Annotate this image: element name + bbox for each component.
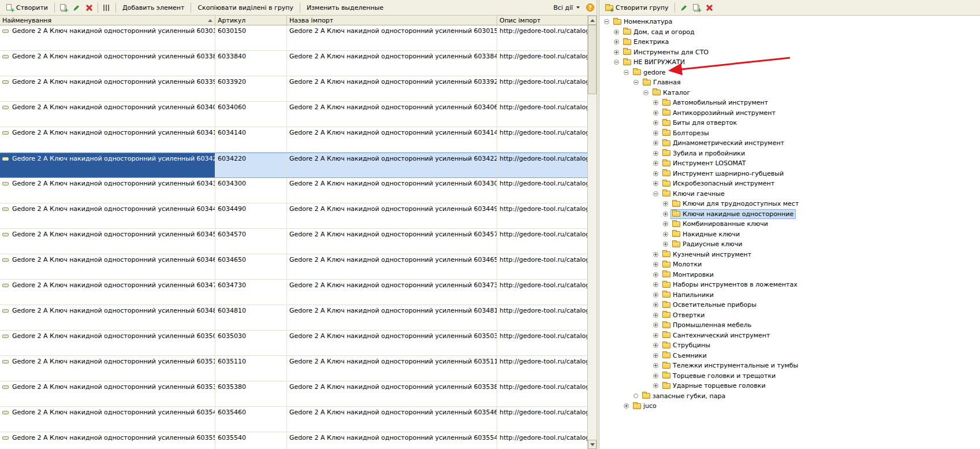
cell-name[interactable]: Gedore 2 A Ключ накидной односторонний у… <box>0 356 215 381</box>
cell-name[interactable]: Gedore 2 A Ключ накидной односторонний у… <box>0 203 215 228</box>
copy-group-button[interactable]: + <box>691 2 702 13</box>
expand-icon[interactable] <box>663 221 668 227</box>
expand-icon[interactable] <box>614 39 619 44</box>
tree-node[interactable]: Динамометрический инструмент <box>661 138 787 148</box>
table-row[interactable]: Gedore 2 A Ключ накидной односторонний у… <box>0 254 587 280</box>
tree-item[interactable]: Накидные ключи <box>599 229 980 240</box>
cell-import-desc[interactable]: http://gedore-tool.ru/catalog/d... <box>497 203 587 228</box>
expand-icon[interactable] <box>653 383 658 388</box>
table-row[interactable]: Gedore 2 A Ключ накидной односторонний у… <box>0 51 587 76</box>
tree-node[interactable]: Главная <box>641 77 683 87</box>
cell-name[interactable]: Gedore 2 A Ключ накидной односторонний у… <box>0 102 215 127</box>
cell-import-name[interactable]: Gedore 2 A Ключ накидной односторонний у… <box>287 51 497 76</box>
add-element-button[interactable]: Добавить элемент <box>119 2 188 13</box>
cell-article[interactable]: 6035030 <box>215 331 287 355</box>
table-row[interactable]: Gedore 2 A Ключ накидной односторонний у… <box>0 331 587 356</box>
tree-node[interactable]: Струбцины <box>661 340 713 350</box>
expand-icon[interactable] <box>653 292 658 298</box>
tree-item[interactable]: Тележки инструментальные и тумбы <box>599 361 980 371</box>
expand-icon[interactable] <box>653 262 658 267</box>
cell-article[interactable]: 6034730 <box>215 280 287 305</box>
tree-node[interactable]: Торцевые головки и трещотки <box>661 371 778 381</box>
cell-import-desc[interactable]: http://gedore-tool.ru/catalog/d... <box>497 381 587 406</box>
cell-import-name[interactable]: Gedore 2 A Ключ накидной односторонний у… <box>287 407 497 432</box>
cell-import-name[interactable]: Gedore 2 A Ключ накидной односторонний у… <box>287 432 497 449</box>
tree-item[interactable]: Електрика <box>599 37 980 47</box>
cell-name[interactable]: Gedore 2 A Ключ накидной односторонний у… <box>0 331 215 355</box>
collapse-icon[interactable] <box>624 70 629 75</box>
tree-item[interactable]: juco <box>599 401 980 411</box>
tree-item[interactable]: Съемники <box>599 351 980 361</box>
cell-import-desc[interactable]: http://gedore-tool.ru/catalog/d... <box>497 51 587 76</box>
cell-article[interactable]: 6035540 <box>215 432 287 449</box>
scroll-down-button[interactable] <box>588 440 597 449</box>
expand-icon[interactable] <box>653 252 658 257</box>
expand-icon[interactable] <box>653 181 658 186</box>
tree-node[interactable]: Напильники <box>661 290 716 300</box>
table-row[interactable]: Gedore 2 A Ключ накидной односторонний у… <box>0 432 587 449</box>
cell-article[interactable]: 6034140 <box>215 127 287 152</box>
set-interval-button[interactable] <box>101 2 113 13</box>
cell-import-desc[interactable]: http://gedore-tool.ru/catalog/d... <box>497 76 587 101</box>
table-row[interactable]: Gedore 2 A Ключ накидной односторонний у… <box>0 203 587 229</box>
tree-node[interactable]: Зубила и пробойники <box>661 149 747 158</box>
cell-import-name[interactable]: Gedore 2 A Ключ накидной односторонний у… <box>287 254 497 279</box>
cell-article[interactable]: 6035460 <box>215 407 287 432</box>
tree-item[interactable]: Радиусные ключи <box>599 239 980 250</box>
expand-icon[interactable] <box>663 211 668 217</box>
tree-node[interactable]: Комбинированные ключи <box>670 219 770 229</box>
tree-node[interactable]: Искробезопасный инструмент <box>661 179 777 188</box>
create-button[interactable]: + Створити <box>2 2 51 13</box>
table-row[interactable]: Gedore 2 A Ключ накидной односторонний у… <box>0 127 587 153</box>
column-header-import-desc[interactable]: Опис імпорт <box>497 16 587 25</box>
cell-import-desc[interactable]: http://gedore-tool.ru/catalog/d... <box>497 229 587 254</box>
cell-name[interactable]: Gedore 2 A Ключ накидной односторонний у… <box>0 381 215 406</box>
expand-icon[interactable] <box>653 110 658 116</box>
table-row[interactable]: Gedore 2 A Ключ накидной односторонний у… <box>0 102 587 127</box>
tree-node[interactable]: Инструмент LOSOMAT <box>661 158 748 168</box>
expand-icon[interactable] <box>653 100 658 105</box>
cell-import-desc[interactable]: http://gedore-tool.ru/catalog/d... <box>497 407 587 432</box>
expand-icon[interactable] <box>653 140 658 146</box>
expand-icon[interactable] <box>663 201 668 206</box>
tree-node[interactable]: Електрика <box>621 37 671 47</box>
expand-icon[interactable] <box>653 272 658 277</box>
cell-name[interactable]: Gedore 2 A Ключ накидной односторонний у… <box>0 280 215 305</box>
tree-node[interactable]: НЕ ВИГРУЖАТИ <box>621 57 687 67</box>
tree-item[interactable]: Инструменты для СТО <box>599 47 980 58</box>
table-row[interactable]: Gedore 2 A Ключ накидной односторонний у… <box>0 407 587 432</box>
tree-node[interactable]: Кузнечный инструмент <box>661 250 754 259</box>
tree-item[interactable]: Сантехнический инструмент <box>599 331 980 341</box>
table-vertical-scrollbar[interactable] <box>587 16 597 449</box>
cell-import-desc[interactable]: http://gedore-tool.ru/catalog/d... <box>497 25 587 50</box>
tree-node[interactable]: Ключи для труднодоступных мест <box>670 199 801 209</box>
collapse-icon[interactable] <box>634 80 639 85</box>
tree-node[interactable]: Каталог <box>651 88 692 98</box>
tree-node[interactable]: Промышленная мебель <box>661 320 754 330</box>
tree-item[interactable]: Антикоррозийный инструмент <box>599 108 980 118</box>
tree-node[interactable]: Осветительные приборы <box>661 300 759 310</box>
expand-icon[interactable] <box>653 120 658 125</box>
cell-import-name[interactable]: Gedore 2 A Ключ накидной односторонний у… <box>287 102 497 127</box>
tree-node[interactable]: Номенклатура <box>612 17 675 27</box>
cell-name[interactable]: Gedore 2 A Ключ накидной односторонний у… <box>0 305 215 330</box>
tree-item[interactable]: Отвертки <box>599 310 980 321</box>
table-row[interactable]: Gedore 2 A Ключ накидной односторонний у… <box>0 381 587 407</box>
tree-item[interactable]: Болторезы <box>599 128 980 139</box>
cell-import-name[interactable]: Gedore 2 A Ключ накидной односторонний у… <box>287 76 497 101</box>
tree-node[interactable]: Наборы инструментов в ложементах <box>661 280 800 290</box>
expand-icon[interactable] <box>653 302 658 307</box>
tree-node[interactable]: juco <box>631 401 659 411</box>
expand-icon[interactable] <box>653 322 658 328</box>
collapse-icon[interactable] <box>604 19 609 24</box>
collapse-icon[interactable] <box>614 60 619 65</box>
tree-item[interactable]: gedore <box>599 68 980 78</box>
create-group-button[interactable]: + Створити групу <box>602 2 672 13</box>
expand-icon[interactable] <box>653 333 658 338</box>
expand-icon[interactable] <box>653 313 658 318</box>
expand-icon[interactable] <box>614 50 619 55</box>
tree-item[interactable]: Инструмент LOSOMAT <box>599 158 980 169</box>
tree-node[interactable]: Отвертки <box>661 310 707 320</box>
tree-node[interactable]: Накидные ключи <box>670 229 742 239</box>
delete-group-button[interactable] <box>703 2 715 13</box>
